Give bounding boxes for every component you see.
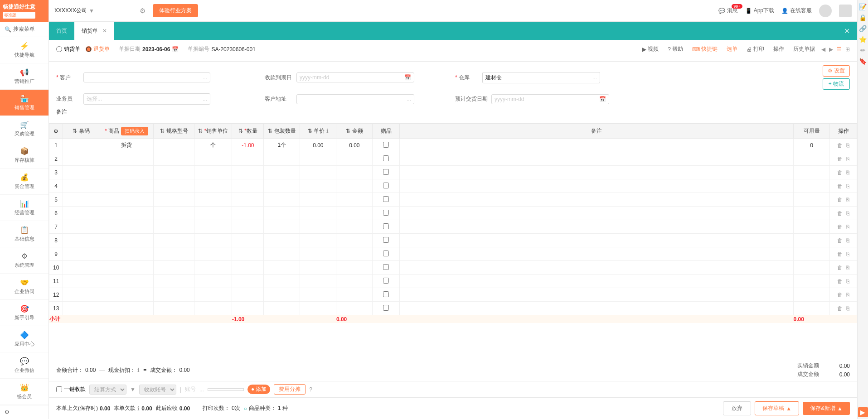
sidebar-item-basic[interactable]: 📋 基础信息 bbox=[0, 221, 48, 247]
row-pkgqty[interactable] bbox=[264, 275, 300, 288]
amount-input[interactable] bbox=[208, 388, 244, 391]
row-barcode[interactable] bbox=[63, 179, 99, 193]
sidebar-item-appstore[interactable]: 🔷 应用中心 bbox=[0, 326, 48, 352]
row-spec[interactable] bbox=[154, 261, 194, 275]
row-qty[interactable] bbox=[232, 220, 264, 234]
select-btn[interactable]: 选单 bbox=[724, 44, 740, 54]
sidebar-item-wechat[interactable]: 💬 企业微信 bbox=[0, 352, 48, 379]
row-amount[interactable] bbox=[336, 261, 373, 275]
row-price[interactable] bbox=[300, 261, 336, 275]
delete-icon[interactable]: 🗑 bbox=[837, 210, 843, 217]
row-remark[interactable] bbox=[400, 166, 794, 179]
row-amount[interactable] bbox=[336, 220, 373, 234]
sidebar-item-sales[interactable]: 🏪 销售管理 bbox=[0, 90, 48, 116]
warehouse-input[interactable]: 建材仓 ... bbox=[482, 72, 600, 83]
row-pkgqty[interactable] bbox=[264, 152, 300, 166]
row-barcode[interactable] bbox=[63, 275, 99, 288]
row-qty[interactable] bbox=[232, 275, 264, 288]
list-view-icon[interactable]: ☰ bbox=[837, 46, 842, 53]
delete-icon[interactable]: 🗑 bbox=[837, 305, 843, 312]
ops-btn[interactable]: 操作 bbox=[771, 44, 787, 54]
sidebar-item-guide[interactable]: 🎯 新手引导 bbox=[0, 300, 48, 326]
row-spec[interactable] bbox=[154, 193, 194, 207]
row-amount[interactable] bbox=[336, 179, 373, 193]
row-remark[interactable] bbox=[400, 207, 794, 220]
add-payment-button[interactable]: ● 添加 bbox=[247, 385, 270, 394]
row-barcode[interactable] bbox=[63, 220, 99, 234]
tool-lock[interactable]: 🔒 bbox=[858, 13, 868, 23]
tool-orange[interactable]: ▶ bbox=[858, 407, 868, 417]
sidebar-item-system[interactable]: ⚙ 系统管理 bbox=[0, 247, 48, 274]
table-scroll[interactable]: ⚙ ⇅ 条码 * 商品 扫码录入 ⇅ 规格型号 bbox=[49, 124, 857, 359]
row-remark[interactable] bbox=[400, 261, 794, 275]
row-unit[interactable] bbox=[194, 261, 232, 275]
row-spec[interactable] bbox=[154, 179, 194, 193]
row-unit[interactable] bbox=[194, 193, 232, 207]
row-pkgqty[interactable] bbox=[264, 247, 300, 261]
row-pkgqty[interactable] bbox=[264, 207, 300, 220]
one-click-payment[interactable]: 一键收款 bbox=[56, 385, 86, 393]
copy-icon[interactable]: ⎘ bbox=[846, 305, 849, 312]
tool-note[interactable]: 📝 bbox=[858, 2, 868, 12]
row-price[interactable] bbox=[300, 152, 336, 166]
copy-icon[interactable]: ⎘ bbox=[846, 265, 849, 271]
row-amount[interactable] bbox=[336, 275, 373, 288]
row-barcode[interactable] bbox=[63, 207, 99, 220]
row-product[interactable]: 拆货 bbox=[99, 139, 154, 152]
company-selector[interactable]: XXXXXX公司 ▼ bbox=[54, 7, 136, 14]
row-remark[interactable] bbox=[400, 179, 794, 193]
row-product[interactable] bbox=[99, 288, 154, 302]
row-remark[interactable] bbox=[400, 152, 794, 166]
copy-icon[interactable]: ⎘ bbox=[846, 142, 849, 149]
row-gift[interactable] bbox=[373, 302, 400, 315]
row-product[interactable] bbox=[99, 261, 154, 275]
row-unit[interactable] bbox=[194, 302, 232, 315]
setting-button[interactable]: ⚙ 设置 bbox=[823, 65, 850, 77]
row-price[interactable] bbox=[300, 275, 336, 288]
row-remark[interactable] bbox=[400, 193, 794, 207]
tool-bookmark[interactable]: 🔖 bbox=[858, 56, 868, 66]
delete-icon[interactable]: 🗑 bbox=[837, 265, 843, 271]
tab-home[interactable]: 首页 bbox=[49, 22, 74, 40]
row-barcode[interactable] bbox=[63, 288, 99, 302]
row-unit[interactable] bbox=[194, 247, 232, 261]
row-product[interactable] bbox=[99, 247, 154, 261]
row-qty[interactable] bbox=[232, 288, 264, 302]
due-date-input[interactable]: yyyy-mm-dd 📅 bbox=[296, 72, 414, 82]
radio-return[interactable]: 退货单 bbox=[86, 45, 110, 53]
row-qty[interactable] bbox=[232, 261, 264, 275]
account-select[interactable]: 收款账号 bbox=[139, 385, 176, 395]
row-gift[interactable] bbox=[373, 166, 400, 179]
row-price[interactable] bbox=[300, 247, 336, 261]
sidebar-item-enterprise[interactable]: 🤝 企业协同 bbox=[0, 274, 48, 300]
calendar-icon[interactable]: 📅 bbox=[172, 46, 179, 53]
save-draft-button[interactable]: 保存草稿 ▲ bbox=[755, 401, 799, 415]
row-amount[interactable] bbox=[336, 234, 373, 247]
nav-prev-icon[interactable]: ◀ bbox=[821, 46, 825, 53]
tab-close-icon[interactable]: ✕ bbox=[102, 28, 107, 34]
row-amount[interactable] bbox=[336, 152, 373, 166]
copy-icon[interactable]: ⎘ bbox=[846, 169, 849, 176]
row-remark[interactable] bbox=[400, 302, 794, 315]
row-qty[interactable] bbox=[232, 166, 264, 179]
row-spec[interactable] bbox=[154, 139, 194, 152]
copy-icon[interactable]: ⎘ bbox=[846, 237, 849, 244]
row-amount[interactable] bbox=[336, 302, 373, 315]
row-qty[interactable] bbox=[232, 234, 264, 247]
row-unit[interactable] bbox=[194, 220, 232, 234]
save-new-button[interactable]: 保存&新增 ▲ bbox=[803, 402, 850, 415]
row-pkgqty[interactable] bbox=[264, 220, 300, 234]
sidebar-search[interactable]: 🔍 搜索菜单 bbox=[0, 22, 48, 37]
row-qty[interactable]: -1.00 bbox=[232, 139, 264, 152]
sidebar-settings-btn[interactable]: ⚙ bbox=[0, 405, 48, 419]
grid-view-icon[interactable]: ⊞ bbox=[845, 46, 850, 53]
row-amount[interactable] bbox=[336, 207, 373, 220]
row-spec[interactable] bbox=[154, 275, 194, 288]
sidebar-item-purchase[interactable]: 🛒 采购管理 bbox=[0, 116, 48, 142]
th-settings[interactable]: ⚙ bbox=[49, 124, 63, 139]
customer-addr-input[interactable]: ... bbox=[296, 94, 414, 104]
row-product[interactable] bbox=[99, 179, 154, 193]
row-product[interactable] bbox=[99, 220, 154, 234]
print-btn[interactable]: 🖨 打印 bbox=[744, 44, 767, 54]
row-unit[interactable] bbox=[194, 166, 232, 179]
